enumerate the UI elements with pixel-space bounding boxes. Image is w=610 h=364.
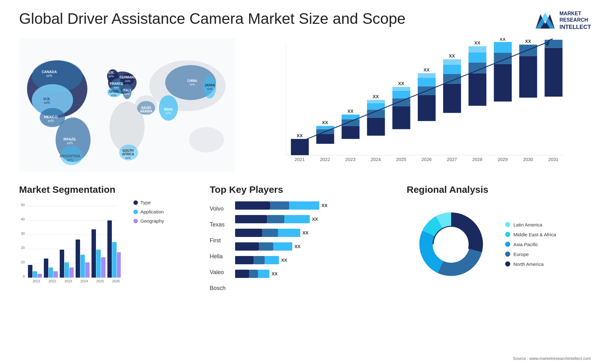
source-text: Source : www.marketresearchintellect.com xyxy=(513,356,591,361)
svg-text:2024: 2024 xyxy=(371,157,381,162)
page-title: Global Driver Assistance Camera Market S… xyxy=(19,10,406,28)
svg-text:XX: XX xyxy=(295,244,301,249)
regional-section: Regional Analysis xyxy=(407,184,591,337)
logo-text: MARKET RESEARCH INTELLECT xyxy=(559,10,591,31)
svg-text:U.S.: U.S. xyxy=(44,97,50,101)
legend-dot-application xyxy=(133,210,138,214)
svg-rect-170 xyxy=(235,256,254,264)
svg-text:INDIA: INDIA xyxy=(164,108,173,111)
svg-text:XX: XX xyxy=(272,271,278,276)
svg-point-23 xyxy=(189,127,224,152)
svg-rect-158 xyxy=(235,215,267,223)
svg-rect-148 xyxy=(101,257,105,278)
svg-text:XX: XX xyxy=(398,81,404,86)
svg-text:60: 60 xyxy=(19,200,22,200)
legend-type: Type xyxy=(133,200,164,205)
svg-text:xx%: xx% xyxy=(67,158,73,162)
svg-rect-130 xyxy=(28,265,32,278)
svg-text:2021: 2021 xyxy=(33,279,40,283)
svg-rect-89 xyxy=(443,84,461,113)
svg-text:XX: XX xyxy=(500,38,506,42)
legend-europe: Europe xyxy=(505,252,556,257)
svg-text:xx%: xx% xyxy=(67,141,73,145)
svg-text:U.K.: U.K. xyxy=(108,71,114,74)
svg-rect-144 xyxy=(85,262,90,278)
segmentation-section: Market Segmentation 0 10 20 30 40 50 60 xyxy=(19,184,197,337)
svg-rect-140 xyxy=(69,267,74,278)
svg-text:2021: 2021 xyxy=(295,157,305,162)
svg-point-178 xyxy=(434,227,469,262)
svg-rect-74 xyxy=(367,100,385,103)
svg-text:xx%: xx% xyxy=(125,156,131,159)
svg-rect-78 xyxy=(392,98,410,106)
map-section: CANADA xx% U.S. xx% MEXICO xx% BRAZIL xx… xyxy=(19,38,235,175)
svg-rect-134 xyxy=(44,259,48,278)
donut-legend: Latin America Middle East & Africa Asia … xyxy=(505,222,556,267)
svg-text:SPAIN: SPAIN xyxy=(109,90,119,93)
svg-text:xx%: xx% xyxy=(207,87,212,91)
svg-text:40: 40 xyxy=(21,217,25,221)
svg-text:2030: 2030 xyxy=(523,157,533,162)
svg-text:XX: XX xyxy=(322,120,329,125)
svg-text:XX: XX xyxy=(474,40,481,45)
svg-rect-166 xyxy=(235,242,259,251)
svg-rect-97 xyxy=(469,52,486,63)
svg-text:xx%: xx% xyxy=(111,94,116,97)
svg-rect-135 xyxy=(49,267,53,278)
svg-rect-77 xyxy=(392,106,410,129)
svg-rect-136 xyxy=(53,271,58,278)
svg-rect-163 xyxy=(262,229,278,237)
svg-rect-164 xyxy=(278,229,300,237)
player-texas: Texas xyxy=(210,219,226,230)
player-volvo: Volvo xyxy=(210,203,226,214)
svg-text:xx%: xx% xyxy=(108,75,114,78)
svg-text:ARABIA: ARABIA xyxy=(140,110,152,113)
player-hella: Hella xyxy=(210,251,226,262)
svg-rect-85 xyxy=(418,78,436,86)
svg-text:ITALY: ITALY xyxy=(123,89,132,92)
svg-rect-66 xyxy=(342,126,359,139)
svg-rect-138 xyxy=(60,250,64,278)
legend-asia-pacific: Asia Pacific xyxy=(505,242,556,247)
svg-rect-150 xyxy=(107,220,112,278)
svg-rect-142 xyxy=(76,239,80,278)
svg-rect-103 xyxy=(494,42,512,53)
key-players-title: Top Key Players xyxy=(210,184,394,195)
svg-rect-176 xyxy=(258,270,269,278)
legend-dot-geography xyxy=(133,219,138,223)
svg-line-114 xyxy=(299,41,549,142)
svg-text:20: 20 xyxy=(21,246,25,250)
donut-chart xyxy=(407,200,496,289)
player-first: First xyxy=(210,235,226,246)
svg-text:xx%: xx% xyxy=(189,83,195,86)
svg-text:XX: XX xyxy=(449,53,455,58)
color-asia-pacific xyxy=(505,242,510,247)
svg-text:XX: XX xyxy=(322,203,328,208)
svg-text:xx%: xx% xyxy=(143,113,149,117)
player-bosch: Bosch xyxy=(210,282,226,294)
svg-rect-156 xyxy=(289,201,319,210)
svg-rect-154 xyxy=(235,201,270,210)
svg-rect-152 xyxy=(117,252,121,278)
player-names: Volvo Texas First Hella Valeo Bosch xyxy=(210,200,226,294)
legend-dot-type xyxy=(133,200,138,205)
svg-text:XX: XX xyxy=(312,217,318,222)
svg-rect-71 xyxy=(367,118,385,136)
legend-application: Application xyxy=(133,209,164,214)
header: Global Driver Assistance Camera Market S… xyxy=(19,10,591,32)
svg-text:MEXICO: MEXICO xyxy=(44,115,58,119)
svg-text:AFRICA: AFRICA xyxy=(122,152,134,156)
color-latin-america xyxy=(505,222,510,227)
svg-text:10: 10 xyxy=(21,260,25,264)
svg-text:ARGENTINA: ARGENTINA xyxy=(59,154,80,158)
svg-text:2028: 2028 xyxy=(472,157,482,162)
svg-text:CANADA: CANADA xyxy=(42,70,57,74)
svg-text:XX: XX xyxy=(297,133,303,138)
svg-text:2026: 2026 xyxy=(112,279,120,283)
svg-text:2026: 2026 xyxy=(422,157,432,162)
svg-rect-139 xyxy=(64,262,69,278)
svg-text:XX: XX xyxy=(373,94,379,99)
legend-north-america: North America xyxy=(505,261,556,267)
svg-text:2027: 2027 xyxy=(447,157,457,162)
svg-rect-79 xyxy=(392,91,410,98)
